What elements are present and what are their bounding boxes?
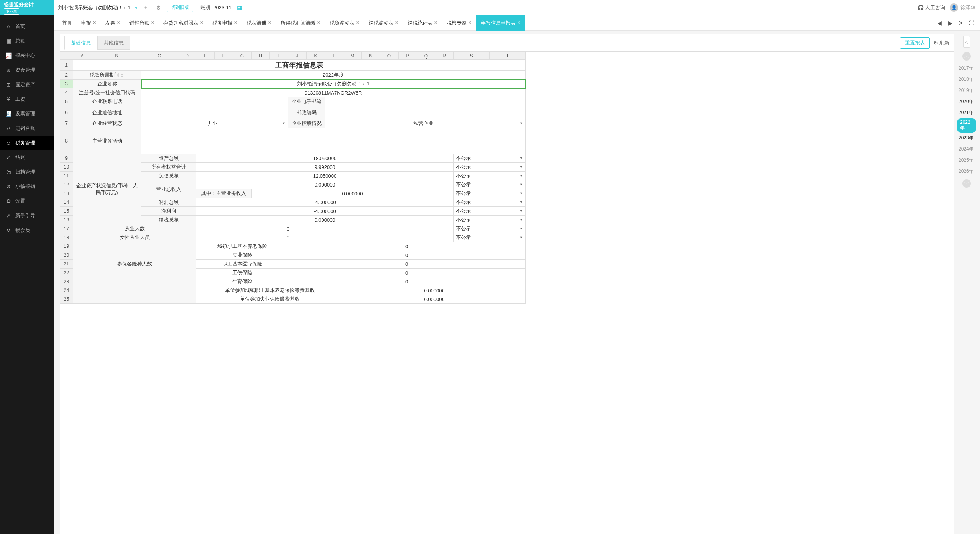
dropdown-cell[interactable]: 不公示▼ [454,224,526,233]
tabs-prev[interactable]: ◀ [935,18,944,28]
column-header[interactable]: I [270,52,288,60]
tab[interactable]: 税负波动表✕ [325,15,364,31]
dropdown-cell[interactable]: 不公示▼ [454,154,526,163]
column-header[interactable]: R [435,52,454,60]
sub-tab[interactable]: 基础信息 [64,36,97,50]
year-scroll-down[interactable]: ﹀ [962,179,971,188]
tab[interactable]: 税表清册✕ [242,15,276,31]
tab[interactable]: 税务申报✕ [208,15,242,31]
settings-icon[interactable]: ⚙ [154,5,163,11]
cell-value[interactable]: 0.000000 [343,295,526,304]
dropdown-cell[interactable]: 不公示▼ [454,172,526,180]
cell-value[interactable]: -4.000000 [196,207,454,216]
sub-tab[interactable]: 其他信息 [97,36,130,50]
close-icon[interactable]: ✕ [200,20,203,25]
cell-value[interactable]: 0 [288,260,526,269]
user-menu[interactable]: 👤 徐泽华 [950,3,975,12]
year-item[interactable]: 2026年 [957,166,976,177]
year-item[interactable]: 2021年 [957,107,976,118]
nav-item[interactable]: ⊕资金管理 [0,63,54,77]
column-header[interactable]: O [380,52,399,60]
close-icon[interactable]: ✕ [317,20,320,25]
year-item[interactable]: 2017年 [957,63,976,74]
year-scroll-up[interactable]: ︿ [962,52,971,61]
fullscreen-icon[interactable]: ⛶ [967,18,976,28]
cell-value[interactable]: 0.000000 [196,180,454,189]
column-header[interactable]: H [252,52,270,60]
dropdown-cell[interactable]: 不公示▼ [454,233,526,242]
add-account-icon[interactable]: ＋ [141,4,151,11]
cell-value[interactable]: 0.000000 [343,286,526,295]
nav-item[interactable]: ⌂首页 [0,19,54,34]
column-header[interactable]: L [325,52,343,60]
dropdown-cell[interactable]: 不公示▼ [454,198,526,207]
column-header[interactable]: S [454,52,490,60]
selected-cell[interactable]: 刘小艳演示账套（勿删勿动！）1 [141,80,526,88]
column-header[interactable]: T [490,52,526,60]
reset-report-button[interactable]: 重置报表 [900,37,930,49]
column-header[interactable]: D [178,52,196,60]
close-icon[interactable]: ✕ [468,20,472,25]
panel-collapse-icon[interactable]: ◁ [963,36,970,48]
cell-value[interactable] [380,233,454,242]
cell-value[interactable]: 2022年度 [141,71,526,80]
cell-value[interactable]: 0 [288,277,526,286]
nav-item[interactable]: ⇄进销台账 [0,121,54,136]
tab[interactable]: 首页 [57,15,77,31]
nav-item[interactable]: ↺小畅报销 [0,179,54,194]
cell-value[interactable]: 9.992000 [196,163,454,172]
close-icon[interactable]: ✕ [117,20,120,25]
nav-item[interactable]: ✓结账 [0,150,54,165]
cell-value[interactable]: 0.000000 [252,189,454,198]
tab[interactable]: 申报✕ [77,15,101,31]
column-header[interactable]: C [141,52,178,60]
nav-item[interactable]: ▣总账 [0,34,54,48]
column-header[interactable]: P [399,52,417,60]
year-item[interactable]: 2020年 [957,96,976,107]
cell-value[interactable] [325,97,526,106]
nav-item[interactable]: 🗂归档管理 [0,165,54,179]
close-icon[interactable]: ✕ [234,20,237,25]
tab[interactable]: 进销台账✕ [125,15,159,31]
close-icon[interactable]: ✕ [268,20,271,25]
cell-value[interactable]: -4.000000 [196,198,454,207]
nav-item[interactable]: V畅会员 [0,223,54,238]
column-header[interactable]: E [196,52,215,60]
column-header[interactable]: N [362,52,380,60]
cell-value[interactable] [380,224,454,233]
year-item[interactable]: 2025年 [957,155,976,166]
cell-value[interactable] [141,106,288,119]
tab[interactable]: 纳税统计表✕ [403,15,442,31]
spreadsheet[interactable]: ABCDEFGHIJKLMNOPQRST 1工商年报信息表 2税款所属期间：20… [60,51,954,528]
year-item[interactable]: 2023年 [957,133,976,144]
dropdown-cell[interactable]: 不公示▼ [454,189,526,198]
cell-value[interactable]: 12.050000 [196,172,454,180]
tab[interactable]: 年报信息申报表✕ [476,15,525,31]
column-header[interactable]: K [307,52,325,60]
column-header[interactable]: Q [417,52,435,60]
nav-item[interactable]: 🧾发票管理 [0,106,54,121]
cell-value[interactable]: 0 [196,224,380,233]
account-selector[interactable]: 刘小艳演示账套（勿删勿动！）1 ∨ [58,4,138,11]
column-header[interactable]: A [73,52,91,60]
nav-item[interactable]: ↗新手引导 [0,208,54,223]
cell-value[interactable]: 0 [288,251,526,260]
close-icon[interactable]: ✕ [395,20,399,25]
cell-value[interactable]: 0 [288,269,526,277]
column-header[interactable] [60,52,73,60]
tabs-next[interactable]: ▶ [946,18,955,28]
cell-value[interactable]: 0 [196,233,380,242]
consult-link[interactable]: 🎧 人工咨询 [918,4,945,11]
dropdown-cell[interactable]: 不公示▼ [454,207,526,216]
close-icon[interactable]: ✕ [517,20,521,25]
dropdown-cell[interactable]: 不公示▼ [454,163,526,172]
column-header[interactable]: M [343,52,362,60]
close-icon[interactable]: ✕ [434,20,438,25]
nav-item[interactable]: 📈报表中心 [0,48,54,63]
tab[interactable]: 纳税波动表✕ [364,15,403,31]
switch-old-version-button[interactable]: 切到旧版 [167,3,193,12]
column-header[interactable]: G [233,52,252,60]
tab[interactable]: 存货别名对照表✕ [159,15,208,31]
tab[interactable]: 所得税汇算清缴✕ [276,15,325,31]
nav-item[interactable]: ¥工资 [0,92,54,106]
